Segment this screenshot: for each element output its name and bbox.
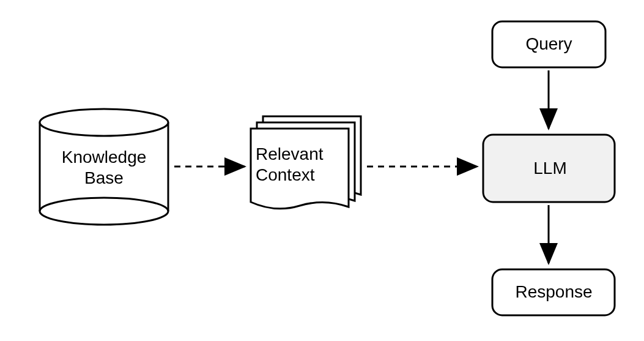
svg-point-1: [40, 198, 168, 225]
relevant-context-node: [251, 116, 361, 209]
knowledge-base-node: [40, 109, 168, 225]
query-node: [492, 21, 605, 67]
svg-rect-4: [483, 135, 615, 202]
response-node: [492, 269, 615, 315]
svg-rect-5: [492, 269, 615, 315]
llm-node: [483, 135, 615, 202]
svg-rect-3: [492, 21, 605, 67]
diagram-canvas: [0, 0, 644, 341]
svg-point-2: [40, 109, 168, 136]
